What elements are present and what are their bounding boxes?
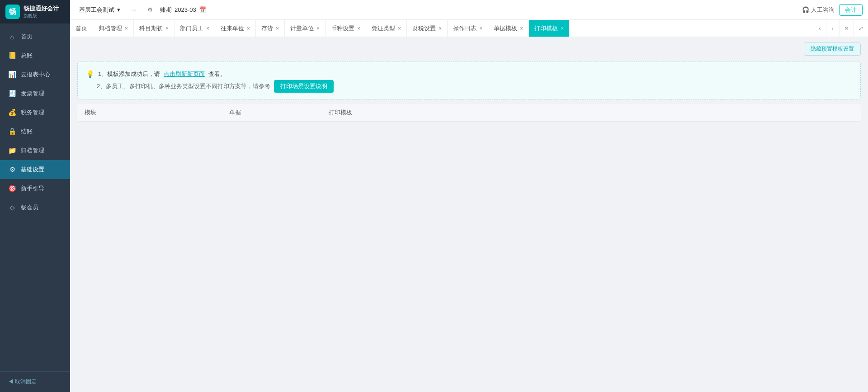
sidebar-logo: 畅 畅捷通好会计 旗舰版 — [0, 0, 70, 24]
logo-sub: 旗舰版 — [24, 13, 59, 19]
nav-label-reports: 云报表中心 — [21, 71, 50, 79]
tab-close-print_template[interactable]: × — [561, 25, 564, 32]
tab-close-voucher_type[interactable]: × — [398, 25, 401, 32]
headset-icon: 🎧 — [802, 6, 809, 13]
nav-label-home: 首页 — [21, 33, 33, 41]
tab-unit[interactable]: 计量单位× — [285, 20, 326, 37]
tab-home[interactable]: 首页 — [70, 20, 93, 37]
nav-icon-ledger: 📒 — [8, 52, 16, 60]
nav-label-archive: 归档管理 — [21, 146, 44, 155]
tab-tax_settings[interactable]: 财税设置× — [407, 20, 448, 37]
print-template-table: 模块 单据 打印模板 — [77, 104, 861, 122]
tab-label-op_log: 操作日志 — [453, 24, 476, 33]
tab-label-supplier: 往来单位 — [221, 24, 244, 33]
nav-icon-home: ⌂ — [8, 33, 16, 41]
tab-close-op_log[interactable]: × — [479, 25, 482, 32]
sidebar-item-home[interactable]: ⌂首页 — [0, 27, 70, 46]
tab-close-unit[interactable]: × — [316, 25, 320, 32]
tab-close-tax_settings[interactable]: × — [439, 25, 442, 32]
nav-icon-invoice: 🧾 — [8, 90, 16, 98]
tab-dept[interactable]: 部门员工× — [175, 20, 215, 37]
info-line1-post: 查看。 — [208, 69, 226, 79]
nav-label-invoice: 发票管理 — [21, 90, 44, 98]
nav-label-ledger: 总账 — [21, 52, 33, 60]
nav-icon-member: ◇ — [8, 203, 16, 212]
sidebar-item-close[interactable]: 🔒结账 — [0, 122, 70, 141]
company-selector[interactable]: 基层工会测试 ▾ — [75, 4, 124, 16]
sidebar-item-reports[interactable]: 📊云报表中心 — [0, 65, 70, 84]
tab-label-tax_settings: 财税设置 — [412, 24, 436, 33]
sidebar-nav: ⌂首页📒总账📊云报表中心🧾发票管理💰税务管理🔒结账📁归档管理⚙基础设置🎯新手引导… — [0, 24, 70, 371]
tab-label-inventory: 存货 — [261, 24, 273, 33]
col-header-bill: 单据 — [222, 109, 321, 117]
tab-close-inventory[interactable]: × — [276, 25, 279, 32]
sidebar-item-ledger[interactable]: 📒总账 — [0, 46, 70, 65]
nav-icon-settings: ⚙ — [8, 165, 16, 174]
col-header-template: 打印模板 — [321, 109, 861, 117]
top-bar: 基层工会测试 ▾ ＋ ⚙ 账期 2023-03 📅 🎧 人工咨询 会计 — [70, 0, 868, 20]
logo-text: 畅捷通好会计 旗舰版 — [24, 5, 59, 19]
tab-close-archive[interactable]: × — [125, 25, 128, 32]
sidebar-footer[interactable]: ◀ 取消固定 — [0, 371, 70, 392]
tab-label-bill_template: 单据模板 — [494, 24, 517, 33]
dropdown-icon: ▾ — [117, 6, 120, 13]
sidebar-item-invoice[interactable]: 🧾发票管理 — [0, 84, 70, 103]
tab-expand-button[interactable]: ⤢ — [854, 20, 868, 37]
tab-voucher_type[interactable]: 凭证类型× — [366, 20, 407, 37]
top-bar-right: 🎧 人工咨询 会计 — [802, 4, 863, 16]
tab-currency[interactable]: 币种设置× — [326, 20, 366, 37]
sidebar: 畅 畅捷通好会计 旗舰版 ⌂首页📒总账📊云报表中心🧾发票管理💰税务管理🔒结账📁归… — [0, 0, 70, 392]
tab-supplier[interactable]: 往来单位× — [215, 20, 256, 37]
tab-close-all-button[interactable]: ✕ — [839, 20, 854, 37]
info-line-1: 💡 1、模板添加成功后，请点击刷新新页面查看。 — [86, 68, 852, 80]
sidebar-item-archive[interactable]: 📁归档管理 — [0, 141, 70, 160]
sidebar-item-member[interactable]: ◇畅会员 — [0, 198, 70, 217]
info-banner: 💡 1、模板添加成功后，请点击刷新新页面查看。 2、多员工、多打印机、多种业务类… — [77, 61, 861, 99]
print-guide-button[interactable]: 打印场景设置说明 — [274, 80, 334, 93]
help-button[interactable]: 🎧 人工咨询 — [802, 6, 835, 14]
tab-close-supplier[interactable]: × — [247, 25, 250, 32]
sidebar-item-guide[interactable]: 🎯新手引导 — [0, 179, 70, 198]
tab-label-voucher_type: 凭证类型 — [372, 24, 395, 33]
nav-icon-tax: 💰 — [8, 109, 16, 117]
tab-op_log[interactable]: 操作日志× — [448, 20, 488, 37]
tab-inventory[interactable]: 存货× — [256, 20, 285, 37]
hide-preview-section: 隐藏预置模板设置 — [70, 37, 868, 57]
tab-print_template[interactable]: 打印模板× — [529, 20, 570, 37]
content-area: 隐藏预置模板设置 💡 1、模板添加成功后，请点击刷新新页面查看。 2、多员工、多… — [70, 37, 868, 392]
unpin-label: ◀ 取消固定 — [8, 378, 37, 386]
add-tab-button[interactable]: ＋ — [127, 4, 140, 16]
tab-label-dept: 部门员工 — [180, 24, 203, 33]
period-label: 账期 2023-03 📅 — [160, 6, 206, 14]
table-header-row: 模块 单据 打印模板 — [77, 104, 861, 122]
nav-label-guide: 新手引导 — [21, 184, 44, 193]
tab-close-period[interactable]: × — [165, 25, 169, 32]
tab-label-print_template: 打印模板 — [534, 24, 558, 33]
sidebar-item-tax[interactable]: 💰税务管理 — [0, 103, 70, 122]
tab-prev-button[interactable]: ‹ — [814, 20, 826, 37]
tab-bill_template[interactable]: 单据模板× — [488, 20, 529, 37]
account-label: 会计 — [845, 6, 857, 13]
tab-close-dept[interactable]: × — [206, 25, 209, 32]
tab-label-period: 科目期初 — [139, 24, 163, 33]
tab-next-button[interactable]: › — [826, 20, 839, 37]
tab-label-archive: 归档管理 — [99, 24, 122, 33]
hide-preview-button[interactable]: 隐藏预置模板设置 — [804, 43, 861, 56]
tab-period[interactable]: 科目期初× — [134, 20, 175, 37]
tab-label-currency: 币种设置 — [331, 24, 354, 33]
nav-label-tax: 税务管理 — [21, 109, 44, 117]
account-button[interactable]: 会计 — [839, 4, 863, 16]
info-line-2: 2、多员工、多打印机、多种业务类型设置不同打印方案等，请参考 打印场景设置说明 — [97, 80, 852, 93]
calendar-icon[interactable]: 📅 — [199, 6, 206, 13]
tab-archive[interactable]: 归档管理× — [93, 20, 134, 37]
tab-close-currency[interactable]: × — [357, 25, 360, 32]
settings-icon[interactable]: ⚙ — [144, 4, 156, 16]
tab-bar: 首页归档管理×科目期初×部门员工×往来单位×存货×计量单位×币种设置×凭证类型×… — [70, 20, 868, 37]
tab-label-unit: 计量单位 — [290, 24, 314, 33]
main-area: 基层工会测试 ▾ ＋ ⚙ 账期 2023-03 📅 🎧 人工咨询 会计 首页归档… — [70, 0, 868, 392]
refresh-link[interactable]: 点击刷新新页面 — [164, 69, 205, 79]
tab-close-bill_template[interactable]: × — [520, 25, 523, 32]
sidebar-item-settings[interactable]: ⚙基础设置 — [0, 160, 70, 179]
info-line1-pre: 1、模板添加成功后，请 — [98, 69, 160, 79]
logo-title: 畅捷通好会计 — [24, 5, 59, 13]
